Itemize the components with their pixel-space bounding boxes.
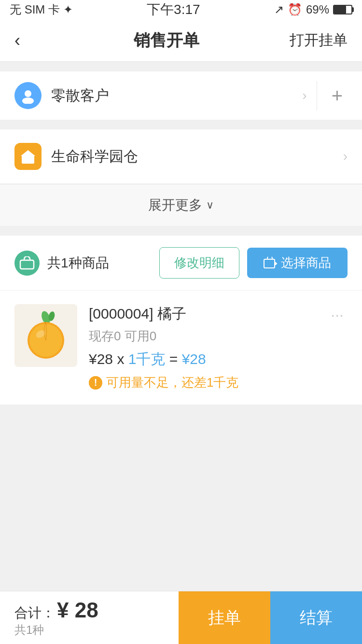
warehouse-row[interactable]: 生命科学园仓 › — [0, 129, 362, 184]
row-divider — [317, 81, 317, 110]
separator-1 — [0, 62, 362, 71]
separator-3 — [0, 226, 362, 236]
customer-name: 零散客户 — [51, 86, 302, 106]
back-button[interactable]: ‹ — [14, 30, 43, 51]
total-sub: 共1种 — [14, 622, 164, 638]
warehouse-arrow-icon: › — [343, 149, 348, 164]
warning-icon: ! — [89, 376, 102, 390]
svg-rect-5 — [264, 259, 275, 268]
product-count-icon — [14, 251, 40, 276]
warehouse-name: 生命科学园仓 — [51, 147, 343, 167]
total-amount: ¥ 28 — [57, 598, 98, 622]
nav-bar: ‹ 销售开单 打开挂单 — [0, 19, 362, 62]
location-icon: ↗ — [274, 3, 284, 16]
warehouse-section: 生命科学园仓 › 展开更多 ∨ — [0, 129, 362, 226]
footer-total: 合计： ¥ 28 共1种 — [0, 598, 179, 638]
customer-left: 零散客户 › — [14, 82, 307, 109]
product-item: [0000004] 橘子 ··· 现存0 可用0 ¥28 x 1千克 = ¥28… — [0, 291, 362, 405]
product-warning: ! 可用量不足，还差1千克 — [89, 374, 348, 391]
product-header: 共1种商品 修改明细 选择商品 — [0, 236, 362, 291]
product-stock: 现存0 可用0 — [89, 328, 348, 345]
product-image — [14, 304, 77, 367]
footer: 合计： ¥ 28 共1种 挂单 结算 — [0, 591, 362, 644]
status-time: 下午3:17 — [147, 0, 200, 19]
product-more-button[interactable]: ··· — [327, 304, 348, 326]
price-total: ¥28 — [182, 351, 206, 367]
checkout-button[interactable]: 结算 — [270, 591, 362, 644]
customer-arrow-icon: › — [302, 88, 306, 103]
svg-rect-2 — [22, 155, 34, 164]
price-multiply: x — [117, 351, 128, 367]
separator-2 — [0, 120, 362, 129]
battery-percent: 69% — [306, 3, 329, 16]
suspend-button[interactable]: 挂单 — [179, 591, 270, 644]
product-count-text: 共1种商品 — [47, 254, 159, 272]
price-unit-amount: ¥28 — [89, 351, 113, 367]
svg-point-1 — [22, 98, 34, 104]
warehouse-icon — [14, 143, 42, 170]
chevron-down-icon: ∨ — [206, 199, 214, 211]
select-product-button[interactable]: 选择商品 — [247, 248, 348, 278]
edit-details-button[interactable]: 修改明细 — [159, 247, 239, 279]
price-equals: = — [169, 351, 182, 367]
status-right: ↗ ⏰ 69% — [274, 3, 352, 16]
add-customer-button[interactable]: + — [327, 85, 348, 107]
customer-row[interactable]: 零散客户 › + — [0, 71, 362, 120]
customer-avatar — [14, 82, 42, 109]
open-pending-button[interactable]: 打开挂单 — [290, 30, 348, 50]
battery-icon — [333, 5, 352, 14]
page-title: 销售开单 — [134, 29, 199, 52]
expand-more-label: 展开更多 — [148, 196, 202, 214]
product-details: [0000004] 橘子 ··· 现存0 可用0 ¥28 x 1千克 = ¥28… — [89, 304, 348, 391]
svg-marker-3 — [21, 150, 35, 156]
expand-more-button[interactable]: 展开更多 ∨ — [0, 184, 362, 226]
warning-text: 可用量不足，还差1千克 — [106, 374, 238, 391]
product-price: ¥28 x 1千克 = ¥28 — [89, 350, 348, 369]
alarm-icon: ⏰ — [288, 3, 302, 16]
price-qty: 1千克 — [128, 351, 166, 367]
status-left: 无 SIM 卡 ✦ — [10, 2, 73, 17]
sim-signal: 无 SIM 卡 ✦ — [10, 2, 73, 17]
customer-section: 零散客户 › + — [0, 71, 362, 120]
svg-point-0 — [25, 90, 31, 97]
status-bar: 无 SIM 卡 ✦ 下午3:17 ↗ ⏰ 69% — [0, 0, 362, 19]
svg-rect-4 — [20, 260, 34, 269]
product-name: [0000004] 橘子 — [89, 304, 186, 324]
total-label: 合计： — [14, 604, 55, 622]
select-product-label: 选择商品 — [281, 254, 331, 271]
